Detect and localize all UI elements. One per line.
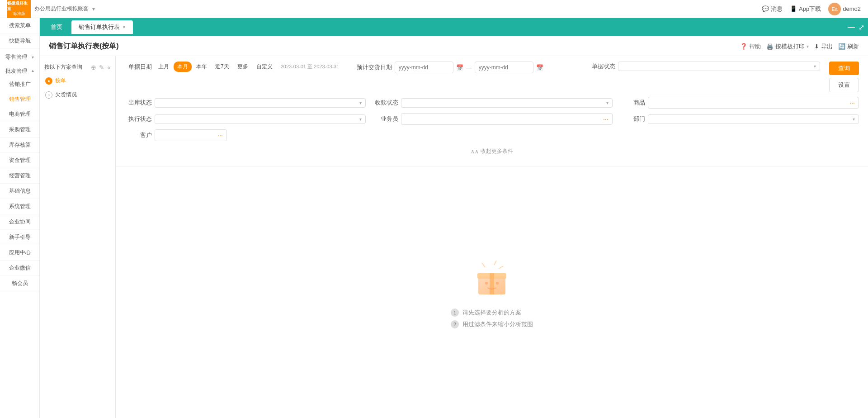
sidebar-item-finance[interactable]: 资金管理: [0, 153, 39, 168]
logo-text: 畅捷通好生意: [7, 1, 31, 11]
forecast-date-end[interactable]: [475, 62, 533, 73]
add-scheme-icon[interactable]: ⊕: [91, 64, 96, 71]
calendar-start-icon[interactable]: 📅: [456, 64, 463, 71]
quick-btn-last-month[interactable]: 上月: [155, 62, 173, 72]
wholesale-label: 批发管理: [5, 67, 27, 75]
dept-group: 部门 ▾: [618, 114, 859, 124]
backorder-icon: ○: [45, 91, 52, 99]
export-label: 导出: [821, 43, 833, 51]
tab-close-icon[interactable]: ×: [123, 24, 126, 30]
quick-btn-more[interactable]: 更多: [234, 62, 252, 72]
sidebar-item-inventory[interactable]: 库存核算: [0, 138, 39, 153]
collapse-conditions-btn[interactable]: ∧∧ 收起更多条件: [125, 144, 859, 161]
sidebar-item-appstore[interactable]: 应用中心: [0, 245, 39, 261]
topbar: 畅捷通好生意 标准版 办公用品行业模拟账套 ▾ 💬 消息 📱 App下载 Ea …: [0, 0, 868, 18]
help-btn[interactable]: ❓ 帮助: [740, 43, 761, 51]
sidebar-item-search[interactable]: 搜索菜单: [0, 18, 39, 33]
status-select[interactable]: ▾: [618, 62, 820, 71]
dept-select[interactable]: ▾: [648, 114, 859, 124]
sidebar-item-operations[interactable]: 经营管理: [0, 168, 39, 184]
empty-tips: 1 请先选择要分析的方案 2 用过滤条件来缩小分析范围: [451, 309, 533, 328]
content-area: 首页 销售订单执行表 × — ⤢ 销售订单执行表(按单) ❓ 帮助: [40, 18, 868, 418]
user-menu[interactable]: Ea demo2: [828, 3, 861, 15]
help-label: 帮助: [749, 43, 761, 51]
export-icon: ⬇: [814, 43, 819, 50]
collect-select[interactable]: ▾: [401, 98, 612, 108]
date-label: 单据日期: [125, 63, 152, 71]
status-chevron-icon: ▾: [814, 64, 816, 69]
sidebar-item-wechat[interactable]: 企业微信: [0, 261, 39, 276]
quick-btn-7days[interactable]: 近7天: [212, 62, 233, 72]
forecast-date-start[interactable]: [395, 62, 453, 73]
sidebar-item-purchase[interactable]: 采购管理: [0, 122, 39, 138]
wholesale-expand-icon: ▾: [32, 69, 34, 74]
customer-group: 客户 ···: [125, 129, 859, 141]
filter-row-3: 执行状态 ▾ 业务员 ···: [125, 113, 859, 125]
salesman-select[interactable]: ···: [401, 113, 612, 125]
quick-btn-this-year[interactable]: 本年: [193, 62, 211, 72]
quick-btn-this-month[interactable]: 本月: [174, 62, 192, 72]
page-actions: ❓ 帮助 🖨️ 按模板打印 ▾ ⬇ 导出 🔄 刷新: [740, 43, 859, 51]
sidebar-item-enterprise[interactable]: 企业协同: [0, 214, 39, 230]
tab-maximize-btn[interactable]: ⤢: [859, 23, 864, 32]
app-icon: 📱: [790, 5, 797, 12]
exec-select[interactable]: ▾: [155, 114, 366, 124]
sidebar-item-quick-nav[interactable]: 快捷导航: [0, 33, 39, 49]
topbar-right: 💬 消息 📱 App下载 Ea demo2: [762, 3, 861, 15]
quick-nav-label: 快捷导航: [9, 38, 31, 44]
breadcrumb-arrow-icon[interactable]: ▾: [92, 6, 95, 12]
message-btn[interactable]: 💬 消息: [762, 5, 783, 13]
basic-label: 基础信息: [9, 188, 31, 194]
goods-select[interactable]: ···: [648, 97, 859, 109]
edit-scheme-icon[interactable]: ✎: [99, 64, 104, 71]
sidebar-item-wholesale[interactable]: 批发管理 ▾: [0, 63, 39, 77]
collapse-panel-icon[interactable]: «: [107, 64, 111, 71]
message-icon: 💬: [762, 5, 769, 12]
export-btn[interactable]: ⬇ 导出: [814, 43, 833, 51]
status-filter-group: 单据状态 ▾: [588, 62, 820, 71]
customer-select[interactable]: ···: [155, 129, 227, 141]
breadcrumb: 办公用品行业模拟账套: [34, 5, 89, 13]
quick-dates: 上月 本月 本年 近7天 更多 自定义: [155, 62, 276, 72]
sidebar: 搜索菜单 快捷导航 零售管理 ▾ 批发管理 ▾ 营销推广 销售管理 电商管理 采…: [0, 18, 40, 418]
guide-label: 新手引导: [9, 234, 31, 240]
appstore-label: 应用中心: [9, 249, 31, 256]
sidebar-item-system[interactable]: 系统管理: [0, 199, 39, 214]
print-dropdown-icon[interactable]: ▾: [807, 44, 809, 49]
marketing-label: 营销推广: [9, 81, 31, 88]
tab-minimize-btn[interactable]: —: [848, 23, 855, 32]
sidebar-item-basic[interactable]: 基础信息: [0, 184, 39, 199]
out-stock-select[interactable]: ▾: [155, 98, 366, 108]
sidebar-item-retail[interactable]: 零售管理 ▾: [0, 49, 39, 63]
sidebar-item-member[interactable]: 畅会员: [0, 276, 39, 291]
enterprise-label: 企业协同: [9, 218, 31, 225]
print-btn[interactable]: 🖨️ 按模板打印 ▾: [766, 43, 809, 51]
tab-home[interactable]: 首页: [43, 20, 70, 34]
main-right: 单据日期 上月 本月 本年 近7天 更多 自定义 2023-03-01 至 20…: [116, 56, 868, 418]
tab-bar: 首页 销售订单执行表 × — ⤢: [40, 18, 868, 36]
left-panel: 按以下方案查询 ⊕ ✎ « ● 按单 ○ 欠货情况: [40, 56, 116, 418]
sidebar-item-sales[interactable]: 销售管理: [0, 92, 39, 107]
sidebar-item-guide[interactable]: 新手引导: [0, 230, 39, 245]
panel-nav-by-order[interactable]: ● 按单: [40, 74, 115, 88]
avatar: Ea: [828, 3, 841, 15]
refresh-icon: 🔄: [838, 43, 845, 50]
search-button[interactable]: 查询: [829, 62, 859, 75]
tab-sales-order[interactable]: 销售订单执行表 ×: [71, 20, 133, 34]
page-title-row: 销售订单执行表(按单) ❓ 帮助 🖨️ 按模板打印 ▾ ⬇ 导出: [49, 42, 859, 51]
goods-group: 商品 ···: [618, 97, 859, 109]
svg-point-6: [485, 282, 488, 285]
sidebar-item-marketing[interactable]: 营销推广: [0, 77, 39, 92]
exec-group: 执行状态 ▾: [125, 114, 366, 124]
tip-text-2: 用过滤条件来缩小分析范围: [462, 320, 533, 328]
panel-nav-backorder[interactable]: ○ 欠货情况: [40, 88, 115, 102]
ecommerce-label: 电商管理: [9, 111, 31, 117]
sidebar-item-ecommerce[interactable]: 电商管理: [0, 107, 39, 122]
refresh-btn[interactable]: 🔄 刷新: [838, 43, 859, 51]
date-dash: —: [466, 64, 472, 71]
settings-button[interactable]: 设置: [829, 78, 859, 92]
by-order-label: 按单: [55, 77, 66, 85]
calendar-end-icon[interactable]: 📅: [536, 64, 543, 71]
quick-btn-custom[interactable]: 自定义: [253, 62, 276, 72]
app-download-btn[interactable]: 📱 App下载: [790, 5, 821, 13]
